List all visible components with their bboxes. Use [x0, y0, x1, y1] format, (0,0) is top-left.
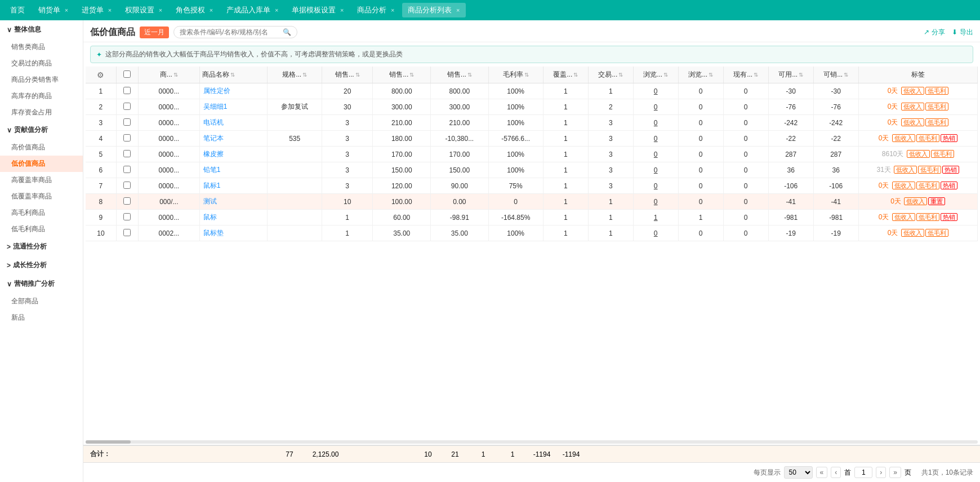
export-button[interactable]: ⬇ 导出: [952, 28, 973, 37]
nav-role-auth[interactable]: 角色授权 ×: [170, 3, 219, 17]
nav-product-analysis[interactable]: 商品分析 ×: [351, 3, 400, 17]
period-button[interactable]: 近一月: [140, 26, 169, 38]
browse-link[interactable]: 0: [654, 87, 658, 95]
sidebar-group-overall[interactable]: ∨ 整体信息: [0, 20, 83, 39]
days-label: 0天: [888, 87, 898, 95]
browse-link[interactable]: 0: [654, 151, 658, 158]
total-records: 共1页，10条记录: [921, 468, 973, 477]
row-margin: 100%: [488, 83, 543, 99]
row-select-checkbox[interactable]: [123, 150, 131, 157]
search-icon[interactable]: 🔍: [283, 28, 291, 36]
browse-link[interactable]: 1: [654, 214, 658, 222]
row-select-checkbox[interactable]: [123, 118, 131, 126]
sidebar-item-high-coverage[interactable]: 高覆盖率商品: [0, 172, 83, 188]
row-code: 0000...: [139, 131, 200, 147]
horizontal-scrollbar[interactable]: [86, 440, 978, 444]
browse-link[interactable]: 0: [654, 119, 658, 127]
page-number-input[interactable]: [854, 467, 872, 478]
row-select-checkbox[interactable]: [123, 134, 131, 141]
close-icon[interactable]: ×: [456, 7, 460, 14]
sidebar-group-marketing[interactable]: ∨ 营销推广分析: [0, 275, 83, 293]
sidebar-item-high-value[interactable]: 高价值商品: [0, 139, 83, 156]
row-select-checkbox[interactable]: [123, 197, 131, 205]
sidebar-item-all-products[interactable]: 全部商品: [0, 293, 83, 309]
row-browse1: 0: [633, 115, 678, 131]
scrollbar-thumb[interactable]: [86, 440, 131, 444]
sidebar-item-sales-products[interactable]: 销售类商品: [0, 39, 83, 55]
sidebar-group-growth[interactable]: > 成长性分析: [0, 256, 83, 275]
row-name[interactable]: 属性定价: [199, 83, 268, 99]
last-page-button[interactable]: »: [889, 467, 901, 478]
close-icon[interactable]: ×: [65, 7, 68, 14]
browse-link[interactable]: 0: [654, 229, 658, 237]
sidebar-item-traded-products[interactable]: 交易过的商品: [0, 55, 83, 72]
search-box: 🔍: [173, 26, 297, 38]
page-size-select[interactable]: 50 100 200: [784, 466, 813, 479]
row-name[interactable]: 测试: [199, 194, 268, 210]
select-all-checkbox[interactable]: [123, 70, 131, 78]
sidebar-item-high-stock[interactable]: 高库存的商品: [0, 88, 83, 104]
sidebar-item-low-value[interactable]: 低价值商品: [0, 156, 83, 172]
row-spec: [268, 210, 322, 225]
row-select-checkbox[interactable]: [123, 182, 131, 189]
nav-home[interactable]: 首页: [5, 3, 30, 17]
browse-link[interactable]: 0: [654, 182, 658, 190]
row-tags: 0天 低收入重置: [858, 194, 977, 210]
row-name[interactable]: 鼠标: [199, 210, 268, 225]
table-row: 4 0000... 笔记本 535 3 180.00 -10,380... -5…: [86, 131, 978, 147]
nav-purchase-order[interactable]: 进货单 ×: [76, 3, 117, 17]
row-name[interactable]: 吴细细1: [199, 99, 268, 115]
tag-label: 低毛利: [916, 213, 939, 221]
tag-label: 低收入: [894, 166, 917, 174]
browse-link[interactable]: 0: [654, 166, 658, 174]
first-page-button[interactable]: «: [816, 467, 828, 478]
nav-product-analysis-list[interactable]: 商品分析列表 ×: [402, 3, 465, 17]
footer-cells: 77 2,125.00 10 21 1 1 -1194 -1194: [117, 450, 973, 458]
sidebar-item-low-margin[interactable]: 低毛利商品: [0, 221, 83, 237]
tag-label: 低毛利: [916, 134, 939, 142]
row-name[interactable]: 铅笔1: [199, 162, 268, 178]
close-icon[interactable]: ×: [340, 7, 344, 14]
search-input[interactable]: [180, 28, 280, 36]
nav-product-inbound[interactable]: 产成品入库单 ×: [221, 3, 284, 17]
content-header: 低价值商品 近一月 🔍 ↗ 分享 ⬇ 导出: [83, 20, 980, 42]
tag-label: 热销: [941, 182, 957, 189]
row-select-checkbox[interactable]: [123, 213, 131, 220]
row-name[interactable]: 鼠标1: [199, 178, 268, 194]
share-button[interactable]: ↗ 分享: [924, 28, 945, 37]
row-tags: 0天 低收入低毛利: [858, 115, 977, 131]
row-select-checkbox[interactable]: [123, 166, 131, 173]
sidebar-item-high-margin[interactable]: 高毛利商品: [0, 205, 83, 221]
close-icon[interactable]: ×: [108, 7, 112, 14]
row-select-checkbox[interactable]: [123, 229, 131, 236]
next-page-button[interactable]: ›: [876, 467, 886, 478]
sidebar-group-circulation[interactable]: > 流通性分析: [0, 237, 83, 256]
browse-link[interactable]: 0: [654, 103, 658, 111]
browse-link[interactable]: 0: [654, 198, 658, 206]
nav-template-settings[interactable]: 单据模板设置 ×: [286, 3, 349, 17]
sidebar-item-new-products[interactable]: 新品: [0, 309, 83, 326]
data-table: ⚙ 商... ⇅ 商品名称 ⇅ 规格... ⇅ 销售... ⇅ 销售... ⇅ …: [86, 67, 978, 241]
row-name[interactable]: 橡皮擦: [199, 147, 268, 162]
sidebar-item-low-coverage[interactable]: 低覆盖率商品: [0, 188, 83, 205]
row-name[interactable]: 电话机: [199, 115, 268, 131]
sidebar-group-contribution[interactable]: ∨ 贡献值分析: [0, 121, 83, 139]
days-label: 0天: [879, 213, 889, 221]
tag-label: 低收入: [901, 118, 924, 126]
nav-permission[interactable]: 权限设置 ×: [119, 3, 168, 17]
page-label: 首: [844, 468, 851, 477]
sidebar-item-stock-funds[interactable]: 库存资金占用: [0, 104, 83, 121]
gear-icon[interactable]: ⚙: [97, 70, 104, 79]
prev-page-button[interactable]: ‹: [831, 467, 841, 478]
row-name[interactable]: 鼠标垫: [199, 225, 268, 241]
row-name[interactable]: 笔记本: [199, 131, 268, 147]
close-icon[interactable]: ×: [275, 7, 278, 14]
close-icon[interactable]: ×: [391, 7, 394, 14]
sidebar-item-category-sales[interactable]: 商品分类销售率: [0, 72, 83, 88]
row-select-checkbox[interactable]: [123, 103, 131, 110]
nav-sales-order[interactable]: 销货单 ×: [33, 3, 74, 17]
row-select-checkbox[interactable]: [123, 87, 131, 94]
close-icon[interactable]: ×: [159, 7, 162, 14]
browse-link[interactable]: 0: [654, 135, 658, 143]
close-icon[interactable]: ×: [210, 7, 213, 14]
